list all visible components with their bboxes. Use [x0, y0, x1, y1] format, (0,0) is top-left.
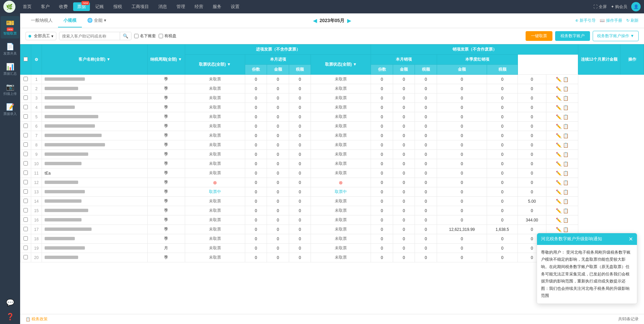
- edit-btn[interactable]: ✏️: [556, 227, 561, 232]
- row-client-name[interactable]: [42, 244, 148, 253]
- sidebar-item-invoice-summary[interactable]: 📊 票据汇总: [1, 60, 19, 79]
- row-client-name[interactable]: [42, 197, 148, 206]
- edit-btn[interactable]: ✏️: [556, 86, 561, 91]
- nav-home[interactable]: 首页: [19, 2, 36, 11]
- edit-btn[interactable]: ✏️: [556, 133, 561, 138]
- copy-btn[interactable]: 📋: [563, 217, 569, 223]
- period-prev-btn[interactable]: ◀: [313, 17, 317, 24]
- row-client-name[interactable]: [42, 122, 148, 131]
- row-checkbox[interactable]: [23, 199, 28, 203]
- copy-btn[interactable]: 📋: [563, 77, 569, 82]
- edit-btn[interactable]: ✏️: [556, 142, 561, 148]
- digital-account-action-btn[interactable]: 税务数字账户操作 ▼: [593, 31, 639, 41]
- copy-btn[interactable]: 📋: [563, 142, 569, 148]
- row-client-name[interactable]: [42, 150, 148, 159]
- row-checkbox[interactable]: [23, 217, 28, 222]
- sidebar-item-invoice-open[interactable]: 📄 发票开具: [1, 40, 19, 59]
- member-btn[interactable]: ✦ 购会员: [611, 4, 627, 10]
- notif-close-btn[interactable]: ✕: [629, 236, 633, 242]
- nav-settings[interactable]: 设置: [227, 2, 244, 11]
- tax-policy-link[interactable]: 📋 税务政策: [25, 316, 48, 322]
- copy-btn[interactable]: 📋: [563, 133, 569, 138]
- nav-business[interactable]: 工商项目: [127, 2, 153, 11]
- nav-invoice[interactable]: 票据 new: [73, 2, 90, 11]
- edit-btn[interactable]: ✏️: [556, 189, 561, 195]
- copy-btn[interactable]: 📋: [563, 95, 569, 101]
- row-client-name[interactable]: [42, 131, 148, 140]
- taxdisk-checkbox[interactable]: [159, 34, 163, 38]
- row-client-name[interactable]: [42, 140, 148, 150]
- row-client-name[interactable]: [42, 206, 148, 215]
- copy-btn[interactable]: 📋: [563, 114, 569, 120]
- row-client-name[interactable]: [42, 178, 148, 187]
- edit-btn[interactable]: ✏️: [556, 180, 561, 185]
- edit-btn[interactable]: ✏️: [556, 199, 561, 204]
- checkbox-taxdisk[interactable]: 有税盘: [159, 33, 176, 39]
- row-client-name[interactable]: [42, 103, 148, 112]
- tab-general-taxpayer[interactable]: 一般纳税人: [25, 14, 58, 27]
- sidebar-item-scan-upload[interactable]: 📷 扫描上传: [1, 80, 19, 99]
- edit-btn[interactable]: ✏️: [556, 114, 561, 120]
- refresh-btn[interactable]: ↻ 刷新: [626, 18, 639, 23]
- search-button[interactable]: 🔍: [120, 32, 131, 40]
- row-checkbox[interactable]: [23, 208, 28, 212]
- row-client-name[interactable]: tEa: [42, 169, 148, 178]
- nav-service[interactable]: 服务: [209, 2, 225, 11]
- copy-btn[interactable]: 📋: [563, 86, 569, 91]
- edit-btn[interactable]: ✏️: [556, 171, 561, 176]
- copy-btn[interactable]: 📋: [563, 227, 569, 232]
- period-next-btn[interactable]: ▶: [347, 17, 351, 24]
- nav-customer[interactable]: 客户: [37, 2, 54, 11]
- row-client-name[interactable]: [42, 93, 148, 103]
- employee-select[interactable]: 全部员工 ▾: [25, 32, 56, 40]
- sidebar-item-help[interactable]: ❓: [1, 310, 19, 324]
- fullscreen-btn[interactable]: ⛶ 全屏: [593, 4, 606, 10]
- row-checkbox[interactable]: [23, 95, 28, 100]
- edit-btn[interactable]: ✏️: [556, 77, 561, 82]
- nav-message[interactable]: 消息: [154, 2, 171, 11]
- row-checkbox[interactable]: [23, 133, 28, 137]
- search-input[interactable]: [59, 33, 120, 40]
- sidebar-item-invoice-record[interactable]: 📝 票据录入: [1, 100, 19, 119]
- copy-btn[interactable]: 📋: [563, 171, 569, 176]
- checkbox-accountbook[interactable]: 名下账套: [134, 33, 156, 39]
- row-checkbox[interactable]: [23, 105, 28, 109]
- copy-btn[interactable]: 📋: [563, 152, 569, 157]
- row-checkbox[interactable]: [23, 171, 28, 175]
- accountbook-checkbox[interactable]: [134, 34, 139, 38]
- copy-btn[interactable]: 📋: [563, 189, 569, 195]
- edit-btn[interactable]: ✏️: [556, 95, 561, 101]
- sidebar-item-smart-ticket[interactable]: 🎫 new 智能取票: [1, 16, 19, 39]
- row-client-name[interactable]: [42, 84, 148, 93]
- edit-btn[interactable]: ✏️: [556, 208, 561, 213]
- sidebar-item-chat[interactable]: 💬: [1, 296, 19, 310]
- select-all-checkbox[interactable]: [23, 57, 28, 61]
- row-checkbox[interactable]: [23, 246, 28, 250]
- tab-all[interactable]: 🌐 全能 ▾: [82, 14, 112, 27]
- copy-btn[interactable]: 📋: [563, 180, 569, 185]
- row-checkbox[interactable]: [23, 152, 28, 156]
- yijian-quanpiao-btn[interactable]: 一键取票: [526, 31, 552, 41]
- row-checkbox[interactable]: [23, 77, 28, 81]
- row-checkbox[interactable]: [23, 189, 28, 194]
- row-client-name[interactable]: [42, 75, 148, 84]
- nav-manage[interactable]: 管理: [172, 2, 189, 11]
- row-checkbox[interactable]: [23, 142, 28, 147]
- edit-btn[interactable]: ✏️: [556, 105, 561, 110]
- copy-btn[interactable]: 📋: [563, 105, 569, 110]
- user-avatar[interactable]: 👤: [631, 2, 641, 11]
- row-checkbox[interactable]: [23, 124, 28, 128]
- row-client-name[interactable]: [42, 112, 148, 122]
- row-checkbox[interactable]: [23, 114, 28, 119]
- edit-btn[interactable]: ✏️: [556, 217, 561, 223]
- row-checkbox[interactable]: [23, 180, 28, 184]
- row-client-name[interactable]: [42, 253, 148, 262]
- row-client-name[interactable]: [42, 187, 148, 197]
- copy-btn[interactable]: 📋: [563, 161, 569, 167]
- tab-small-scale[interactable]: 小规模: [58, 14, 82, 27]
- nav-operate[interactable]: 经营: [191, 2, 207, 11]
- copy-btn[interactable]: 📋: [563, 124, 569, 129]
- edit-btn[interactable]: ✏️: [556, 161, 561, 167]
- row-client-name[interactable]: [42, 234, 148, 244]
- row-client-name[interactable]: [42, 159, 148, 169]
